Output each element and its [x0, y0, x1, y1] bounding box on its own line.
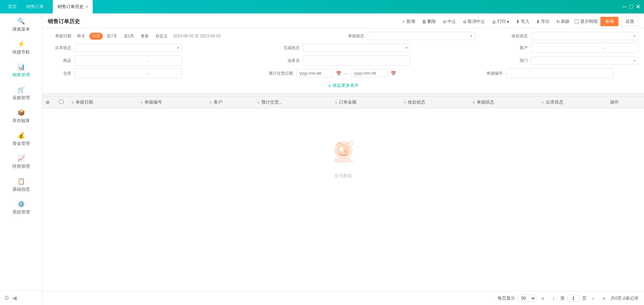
- next-page-button[interactable]: ›: [589, 294, 597, 302]
- tab-home[interactable]: 首页: [3, 0, 22, 13]
- display-details-checkbox-label[interactable]: 显示明细: [574, 18, 598, 25]
- filter-area: 单据日期 昨天 今天 近7天 近1月 更多 自定义 2023-06-02 至 2…: [42, 29, 644, 93]
- col-doc-status[interactable]: ⇅ 单据状态: [469, 97, 538, 108]
- col-receipt-status[interactable]: ⇅ 收款状态: [400, 97, 469, 108]
- export-button[interactable]: ⬆ 导出: [534, 17, 552, 26]
- salesperson-input[interactable]: [306, 57, 373, 64]
- sidebar-item-search-menu[interactable]: 🔍 搜索菜单: [0, 13, 42, 36]
- customer-dots[interactable]: ···: [601, 45, 608, 50]
- query-button[interactable]: 查询: [600, 17, 618, 26]
- salesperson-dots[interactable]: ···: [373, 58, 380, 63]
- display-details-checkbox[interactable]: [574, 20, 579, 24]
- delete-icon: 🗑: [422, 19, 426, 24]
- print-button[interactable]: 🖨 打印 ▾: [490, 17, 511, 26]
- collapse-button[interactable]: ∧ 收起更多条件: [48, 81, 639, 90]
- goods-input[interactable]: [78, 57, 145, 64]
- refresh-label: 刷新: [561, 18, 570, 25]
- date-dash: —: [344, 71, 348, 76]
- receipt-status-select[interactable]: ▾: [531, 32, 639, 40]
- col-expected-date[interactable]: ⇅ 预计交货...: [254, 97, 331, 108]
- goods-dots[interactable]: ···: [145, 58, 151, 63]
- settings-icon[interactable]: ⚙: [46, 100, 50, 105]
- expected-date-from-calendar[interactable]: 📅: [336, 71, 341, 76]
- col-check[interactable]: [56, 97, 68, 108]
- print-icon: 🖨: [492, 19, 496, 24]
- date-more[interactable]: 更多: [138, 33, 152, 40]
- prev-page-button[interactable]: ‹: [550, 294, 558, 302]
- sidebar-item-inventory[interactable]: 📦 库存核算: [0, 105, 42, 128]
- warehouse-dots[interactable]: ···: [145, 71, 151, 76]
- col-order-amount[interactable]: ⇅ 订单金额: [331, 97, 400, 108]
- delete-button[interactable]: 🗑 删除: [420, 17, 438, 26]
- sidebar-item-quick-nav[interactable]: ⚡ 快捷导航: [0, 36, 42, 59]
- cancel-stop-button[interactable]: ⊘ 取消中止: [461, 17, 487, 26]
- filter-row-1: 单据日期 昨天 今天 近7天 近1月 更多 自定义 2023-06-02 至 2…: [48, 32, 639, 40]
- tab-sales-order[interactable]: 销售订单 ×: [22, 0, 53, 13]
- sidebar-collapse-icon[interactable]: ◀: [12, 294, 17, 302]
- empty-text: 暂无数据: [335, 173, 352, 179]
- import-button[interactable]: ⬇ 导入: [514, 17, 531, 26]
- import-label: 导入: [521, 18, 529, 25]
- per-page-select[interactable]: 50 10 20 100: [518, 295, 536, 302]
- content-area: 销售订单历史 ＋ 新增 🗑 删除 ⊘ 中止 ⊘ 取消中止: [42, 13, 644, 305]
- first-page-button[interactable]: «: [539, 294, 547, 302]
- sidebar-item-basic-info[interactable]: 📋 基础信息: [0, 174, 42, 196]
- tab-sales-order-history-close[interactable]: ×: [86, 4, 88, 9]
- empty-state: 暂无数据: [42, 108, 644, 206]
- maximize-icon[interactable]: □: [629, 3, 633, 10]
- add-button[interactable]: ＋ 新增: [399, 17, 417, 26]
- sidebar-item-sys-mgmt-label: 系统管理: [12, 209, 30, 215]
- svg-line-6: [352, 142, 355, 143]
- completion-status-select[interactable]: ▾: [303, 44, 411, 52]
- tab-sales-order-close[interactable]: ×: [46, 4, 48, 9]
- expected-date-from[interactable]: [296, 69, 333, 77]
- expected-date-label: 预计交货日期: [265, 71, 293, 76]
- col-customer[interactable]: ⇅ 客户: [206, 97, 254, 108]
- settings-button[interactable]: 设置: [621, 17, 639, 26]
- sidebar: 🔍 搜索菜单 ⚡ 快捷导航 📊 销售管理 🛒 采购管理 📦 库存核算 💰 资金管…: [0, 13, 42, 305]
- doc-status-select[interactable]: ▾: [368, 32, 475, 40]
- department-select[interactable]: ▾: [531, 56, 639, 65]
- quick-nav-icon: ⚡: [17, 40, 25, 48]
- sidebar-settings-icon[interactable]: ⚙: [4, 294, 9, 302]
- svg-point-3: [339, 147, 344, 152]
- delivery-status-select[interactable]: ▾: [75, 44, 182, 52]
- window-controls: ─ □ ✕: [622, 3, 641, 10]
- date-1month[interactable]: 近1月: [121, 33, 137, 40]
- date-today[interactable]: 今天: [89, 33, 103, 40]
- refresh-button[interactable]: ↻ 刷新: [554, 17, 572, 26]
- doc-status-label: 单据状态: [341, 33, 364, 39]
- sidebar-item-finance[interactable]: 💰 资金管理: [0, 128, 42, 151]
- expected-date-to[interactable]: [351, 69, 388, 77]
- doc-number-input[interactable]: [509, 70, 576, 77]
- data-table: ⚙ ⇅ 单据日期 ⇅ 单据编号: [42, 96, 644, 108]
- sidebar-item-sales-mgmt[interactable]: 📊 销售管理: [0, 59, 42, 82]
- finance-icon: 💰: [17, 132, 25, 139]
- close-window-icon[interactable]: ✕: [636, 3, 641, 10]
- tab-sales-order-history[interactable]: 销售订单历史 ×: [53, 0, 93, 13]
- salesperson-input-group: ···: [303, 55, 411, 66]
- customer-input-group: ···: [531, 43, 639, 53]
- minimize-icon[interactable]: ─: [622, 3, 627, 10]
- tab-sales-order-history-label: 销售订单历史: [57, 4, 84, 10]
- warehouse-input[interactable]: [78, 70, 145, 77]
- expected-date-to-calendar[interactable]: 📅: [391, 71, 396, 76]
- sidebar-item-sys-mgmt[interactable]: ⚙️ 系统管理: [0, 196, 42, 219]
- page-number-input[interactable]: [567, 295, 579, 302]
- date-7days[interactable]: 近7天: [104, 33, 120, 40]
- col-settings[interactable]: ⚙: [42, 97, 56, 108]
- sidebar-item-operations[interactable]: 📈 经营管理: [0, 151, 42, 174]
- col-doc-date[interactable]: ⇅ 单据日期: [68, 97, 137, 108]
- col-doc-no-label: 单据编号: [144, 100, 162, 105]
- date-yesterday[interactable]: 昨天: [75, 33, 88, 40]
- col-delivery-status[interactable]: ⇅ 出库状态: [538, 97, 607, 108]
- last-page-button[interactable]: »: [600, 294, 608, 302]
- col-doc-no[interactable]: ⇅ 单据编号: [137, 97, 206, 108]
- warehouse-label: 仓库: [48, 71, 71, 76]
- stop-button[interactable]: ⊘ 中止: [441, 17, 458, 26]
- sys-mgmt-icon: ⚙️: [17, 200, 25, 208]
- customer-input[interactable]: [534, 44, 601, 51]
- select-all-checkbox[interactable]: [59, 100, 63, 104]
- date-custom[interactable]: 自定义: [153, 33, 170, 40]
- sidebar-item-purchase-mgmt[interactable]: 🛒 采购管理: [0, 82, 42, 105]
